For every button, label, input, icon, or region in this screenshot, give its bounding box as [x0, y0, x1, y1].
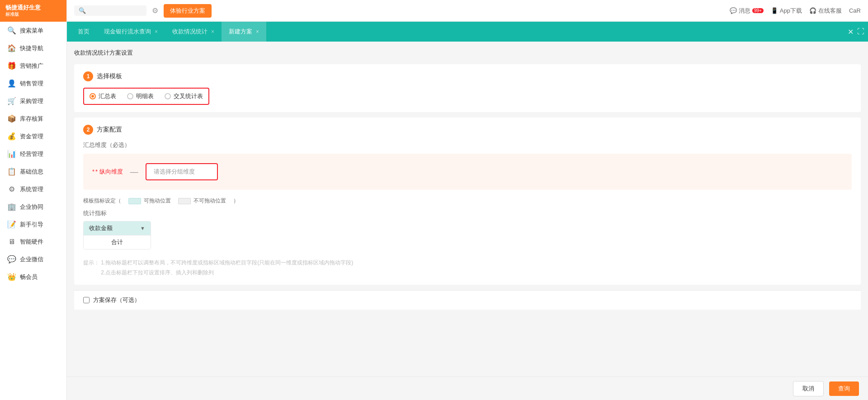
radio-detail[interactable]: 明细表: [127, 92, 154, 100]
chevron-down-icon[interactable]: ▼: [140, 226, 145, 231]
top-header: 🔍 ⚙ 体验行业方案 💬 消息 99+ 📱 App下载 🎧 在线客服 CaR: [67, 0, 868, 22]
gift-icon: 🎁: [7, 61, 16, 70]
step1-title: 选择模板: [97, 72, 122, 80]
radio-cross[interactable]: 交叉统计表: [165, 92, 203, 100]
tab-new-plan-close[interactable]: ×: [256, 28, 259, 35]
tab-collection[interactable]: 收款情况统计 ×: [165, 22, 222, 42]
tab-bank[interactable]: 现金银行流水查询 ×: [97, 22, 165, 42]
sidebar-item-label: 畅会员: [20, 273, 38, 281]
support-btn[interactable]: 🎧 在线客服: [809, 7, 842, 15]
app-name: 畅捷通好生意: [5, 4, 41, 11]
indicator-legend: 模板指标设定（ 可拖动位置 不可拖动位置 ）: [83, 197, 852, 205]
sidebar-item-marketing[interactable]: 🎁 营销推广: [0, 57, 66, 75]
tab-new-plan[interactable]: 新建方案 ×: [222, 22, 266, 42]
dimension-area: * 纵向维度 — 请选择分组维度: [83, 154, 852, 190]
chat-icon: 💬: [7, 255, 16, 264]
main-area: 🔍 ⚙ 体验行业方案 💬 消息 99+ 📱 App下载 🎧 在线客服 CaR: [67, 0, 868, 400]
tip-1: 提示： 1.拖动标题栏可以调整布局，不可跨维度或指标区域拖动栏目字段(只能在同一…: [83, 258, 852, 268]
crown-icon: 👑: [7, 273, 16, 281]
template-radio-group: 汇总表 明细表 交叉统计表: [83, 88, 209, 105]
header-right: 💬 消息 99+ 📱 App下载 🎧 在线客服 CaR: [730, 7, 861, 15]
building-icon: 🏢: [7, 202, 16, 211]
legend-fixed-label: 不可拖动位置: [193, 197, 226, 205]
box-icon: 📦: [7, 114, 16, 123]
page-title: 收款情况统计方案设置: [74, 49, 861, 57]
user-btn[interactable]: CaR: [849, 7, 861, 14]
sidebar-item-hardware[interactable]: 🖥 智能硬件: [0, 233, 66, 250]
sidebar-item-enterprise[interactable]: 🏢 企业协同: [0, 198, 66, 216]
legend-draggable-box: [128, 198, 141, 204]
search-icon: 🔍: [79, 7, 86, 14]
header-search[interactable]: 🔍: [74, 5, 146, 16]
indicator-column-header[interactable]: 收款金额 ▼: [84, 221, 151, 235]
radio-detail-dot: [127, 93, 133, 99]
radio-summary[interactable]: 汇总表: [90, 92, 116, 100]
radio-cross-dot: [165, 93, 171, 99]
sidebar-item-label: 企业协同: [20, 203, 43, 211]
sidebar-item-basic[interactable]: 📋 基础信息: [0, 163, 66, 180]
settings-icon: ⚙: [7, 185, 16, 193]
indicator-header: 统计指标: [83, 209, 852, 217]
notification-btn[interactable]: 💬 消息 99+: [730, 7, 764, 15]
dimension-select[interactable]: 请选择分组维度: [146, 163, 218, 180]
sidebar-item-label: 快捷导航: [20, 44, 43, 52]
save-bar: 方案保存（可选）: [74, 290, 861, 310]
tab-collection-close[interactable]: ×: [211, 28, 214, 35]
app-logo: 畅捷通好生意 标准版: [0, 0, 66, 22]
tab-bar: 首页 现金银行流水查询 × 收款情况统计 × 新建方案 × ✕ ⛶: [67, 22, 868, 42]
save-label: 方案保存（可选）: [93, 296, 140, 304]
app-edition: 标准版: [5, 11, 41, 18]
settings-gear-icon[interactable]: ⚙: [152, 6, 158, 15]
step2-header: 2 方案配置: [83, 125, 852, 135]
support-label: 在线客服: [818, 7, 842, 15]
legend-draggable: 可拖动位置: [128, 197, 171, 205]
home-icon: 🏠: [7, 44, 16, 52]
search-icon: 🔍: [7, 26, 16, 35]
sidebar-item-inventory[interactable]: 📦 库存核算: [0, 110, 66, 127]
save-checkbox[interactable]: [83, 297, 90, 303]
notification-label: 消息: [739, 7, 750, 15]
sidebar-item-sales[interactable]: 👤 销售管理: [0, 75, 66, 92]
sidebar-item-label: 系统管理: [20, 185, 43, 193]
tab-home-label: 首页: [78, 28, 90, 36]
sidebar-item-system[interactable]: ⚙ 系统管理: [0, 180, 66, 198]
content-area: 收款情况统计方案设置 1 选择模板 汇总表 明细表: [67, 42, 868, 400]
tab-home[interactable]: 首页: [71, 22, 97, 42]
legend-fixed: 不可拖动位置: [178, 197, 226, 205]
vertical-dimension-label: * 纵向维度: [92, 168, 123, 176]
tab-bar-actions: ✕ ⛶: [848, 28, 864, 36]
headset-icon: 🎧: [809, 7, 816, 14]
sidebar-item-finance[interactable]: 💰 资金管理: [0, 127, 66, 145]
step2-num: 2: [83, 125, 93, 135]
chart-icon: 📊: [7, 150, 16, 158]
tab-bank-close[interactable]: ×: [155, 28, 158, 35]
query-button[interactable]: 查询: [829, 381, 859, 396]
tab-maximize-icon[interactable]: ⛶: [857, 28, 864, 36]
sidebar-item-label: 营销推广: [20, 62, 43, 70]
sidebar-item-quick-nav[interactable]: 🏠 快捷导航: [0, 39, 66, 57]
indicator-section-label-prefix: 模板指标设定（: [83, 198, 121, 204]
trial-btn[interactable]: 体验行业方案: [164, 4, 212, 18]
sidebar-item-guide[interactable]: 📝 新手引导: [0, 216, 66, 233]
sidebar-item-label: 库存核算: [20, 115, 43, 123]
sidebar-item-operations[interactable]: 📊 经营管理: [0, 145, 66, 163]
cart-icon: 🛒: [7, 97, 16, 105]
tip-2: 2.点击标题栏下拉可设置排序、插入列和删除列: [83, 268, 852, 278]
cancel-button[interactable]: 取消: [793, 381, 824, 396]
download-btn[interactable]: 📱 App下载: [771, 7, 802, 15]
tab-collection-label: 收款情况统计: [172, 28, 208, 36]
username: CaR: [849, 7, 861, 14]
radio-summary-dot: [90, 93, 96, 99]
indicator-row-total: 合计: [84, 235, 151, 249]
step1-section: 1 选择模板 汇总表 明细表 交叉统计表: [74, 64, 861, 112]
tab-close-all-icon[interactable]: ✕: [848, 28, 854, 36]
sidebar-item-wechat[interactable]: 💬 企业微信: [0, 250, 66, 268]
sidebar-item-label: 智能硬件: [20, 238, 43, 246]
sidebar-item-member[interactable]: 👑 畅会员: [0, 268, 66, 286]
indicator-column-label: 收款金额: [89, 224, 113, 232]
sidebar-item-search[interactable]: 🔍 搜索菜单: [0, 22, 66, 39]
sidebar-item-label: 资金管理: [20, 132, 43, 141]
sidebar-item-purchase[interactable]: 🛒 采购管理: [0, 92, 66, 110]
sidebar-item-label: 经营管理: [20, 150, 43, 158]
legend-draggable-label: 可拖动位置: [144, 197, 171, 205]
